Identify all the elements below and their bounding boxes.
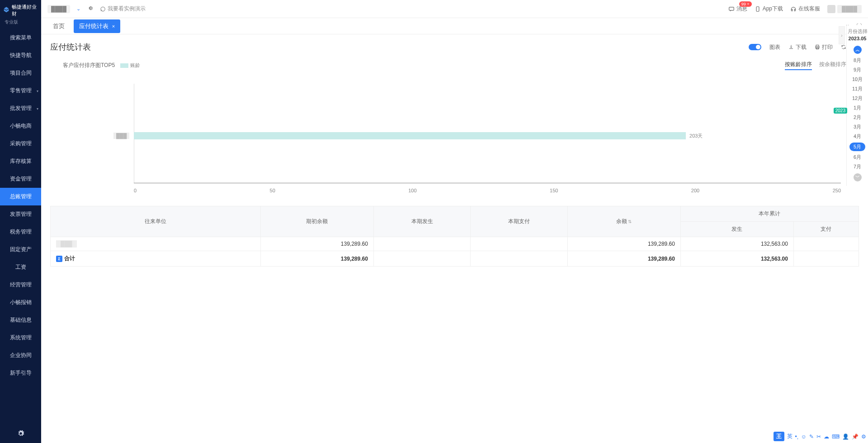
phone-icon	[755, 6, 761, 12]
th-ytd-incur[interactable]: 发生	[680, 222, 793, 237]
chart-bar-value: 203天	[689, 133, 703, 139]
sidebar-item-5[interactable]: 小畅电商	[0, 117, 41, 135]
ime-pin-icon[interactable]: 📌	[852, 433, 859, 440]
sort-by-age[interactable]: 按账龄排序	[785, 61, 812, 70]
month-up-icon[interactable]: ︽	[854, 46, 862, 54]
tab-payable-summary[interactable]: 应付统计表 ×	[74, 19, 120, 33]
close-icon[interactable]: ×	[112, 24, 115, 29]
ime-user-icon[interactable]: 👤	[842, 433, 849, 440]
tab-label: 应付统计表	[79, 23, 108, 29]
sidebar-item-0[interactable]: 搜索菜单	[0, 29, 41, 47]
chart-legend: 账龄	[120, 62, 140, 69]
month-option[interactable]: 1月	[847, 103, 868, 113]
ime-settings-icon[interactable]: ⚙	[861, 433, 866, 440]
headset-icon	[790, 6, 797, 12]
collapse-handle-icon[interactable]: ›	[839, 26, 845, 44]
chevron-down-icon[interactable]: ⌄	[76, 6, 80, 12]
sidebar-item-2[interactable]: 项目合同	[0, 64, 41, 82]
sidebar-item-4[interactable]: 批发管理▾	[0, 100, 41, 117]
bubble-icon	[99, 6, 106, 12]
chart-bar-customer: ███	[113, 133, 129, 139]
chart-title: 客户应付排序图TOP5	[63, 62, 115, 69]
month-option[interactable]: 4月	[847, 132, 868, 141]
tab-home[interactable]: 首页	[47, 19, 70, 33]
month-option[interactable]: 10月	[847, 75, 868, 84]
settings-gear-icon[interactable]	[0, 425, 41, 443]
month-down-icon[interactable]: ︾	[854, 173, 862, 181]
month-option[interactable]: 2月	[847, 113, 868, 122]
chart-bar: 203天	[134, 132, 841, 139]
ime-dot-icon[interactable]: •ˌ	[795, 433, 798, 440]
sort-icon[interactable]: ⇅	[628, 219, 632, 224]
ime-scissors-icon[interactable]: ✂	[816, 433, 821, 440]
table-total-row: Σ合计139,289.60139,289.60132,563.00	[51, 251, 859, 267]
print-button[interactable]: 打印	[815, 43, 833, 51]
th-period-pay[interactable]: 本期支付	[471, 206, 568, 237]
th-partner[interactable]: 往来单位	[51, 206, 261, 237]
month-picker-current: 2023.05	[847, 36, 868, 41]
th-ytd-pay[interactable]: 支付	[793, 222, 859, 237]
sidebar-item-18[interactable]: 企业协同	[0, 347, 41, 364]
month-option[interactable]: 3月	[847, 122, 868, 132]
sidebar-item-3[interactable]: 零售管理▾	[0, 82, 41, 100]
sidebar-item-14[interactable]: 经营管理	[0, 276, 41, 294]
org-selector[interactable]: ████	[47, 5, 70, 13]
x-tick: 150	[550, 188, 558, 193]
month-option[interactable]: 8月	[847, 56, 868, 65]
sidebar-item-15[interactable]: 小畅报销	[0, 294, 41, 311]
ime-cloud-icon[interactable]: ☁	[824, 433, 829, 440]
chevron-down-icon: ▾	[37, 106, 38, 110]
user-name: ████	[837, 5, 862, 13]
sidebar-item-12[interactable]: 固定资产	[0, 241, 41, 258]
demo-link-label: 我要看实例演示	[108, 5, 146, 13]
data-table: 往来单位 期初余额 本期发生 本期支付 余额⇅ 本年累计 发生 支付 ███13…	[50, 206, 859, 267]
app-download-button[interactable]: App下载	[755, 5, 783, 13]
online-service-button[interactable]: 在线客服	[790, 5, 820, 13]
sidebar-item-11[interactable]: 税务管理	[0, 223, 41, 241]
table-row[interactable]: ███139,289.60139,289.60132,563.00	[51, 237, 859, 251]
ime-edit-icon[interactable]: ✎	[809, 433, 814, 440]
sidebar-item-8[interactable]: 资金管理	[0, 170, 41, 188]
user-menu[interactable]: ████	[827, 5, 862, 13]
sidebar-item-16[interactable]: 基础信息	[0, 311, 41, 329]
ime-keyboard-icon[interactable]: ⌨	[832, 433, 840, 440]
month-option[interactable]: 7月	[847, 162, 868, 171]
sidebar-item-19[interactable]: 新手引导	[0, 364, 41, 382]
brand-edition: 专业版	[0, 19, 41, 29]
demo-link[interactable]: 我要看实例演示	[99, 5, 146, 13]
sidebar-item-10[interactable]: 发票管理	[0, 205, 41, 223]
chart-toggle-label: 图表	[769, 43, 780, 51]
sidebar-item-9[interactable]: 总账管理	[0, 188, 41, 205]
legend-label: 账龄	[130, 62, 140, 69]
ime-emoji-icon[interactable]: ☺	[801, 433, 807, 440]
chart-toggle[interactable]	[749, 44, 761, 50]
ime-badge[interactable]: 王	[774, 432, 784, 441]
svg-rect-1	[729, 7, 734, 10]
month-option[interactable]: 12月	[847, 94, 868, 103]
message-icon	[728, 6, 735, 12]
sort-by-balance[interactable]: 按余额排序	[819, 61, 846, 70]
app-download-label: App下载	[763, 5, 783, 13]
th-balance[interactable]: 余额⇅	[567, 206, 680, 237]
month-option[interactable]: 11月	[847, 84, 868, 94]
month-option[interactable]: 5月	[849, 143, 865, 151]
messages-badge: 99 +	[739, 1, 752, 7]
sidebar-item-13[interactable]: 工资	[0, 258, 41, 276]
sidebar-item-7[interactable]: 库存核算	[0, 152, 41, 170]
sidebar-item-17[interactable]: 系统管理	[0, 329, 41, 347]
sidebar-item-1[interactable]: 快捷导航	[0, 47, 41, 64]
month-option[interactable]: 6月	[847, 152, 868, 162]
x-tick: 200	[691, 188, 699, 193]
gear-icon[interactable]	[87, 5, 93, 13]
x-axis-line	[134, 183, 841, 183]
month-option[interactable]: 9月	[847, 65, 868, 75]
download-icon	[788, 44, 794, 50]
download-button[interactable]: 下载	[788, 43, 807, 51]
topbar: ████ ⌄ 我要看实例演示 消息 99 + App下载	[41, 0, 868, 18]
sidebar-item-6[interactable]: 采购管理	[0, 135, 41, 152]
page-title: 应付统计表	[50, 42, 91, 52]
th-opening[interactable]: 期初余额	[260, 206, 373, 237]
ime-lang[interactable]: 英	[787, 433, 793, 440]
messages-button[interactable]: 消息 99 +	[728, 5, 747, 13]
th-period-incur[interactable]: 本期发生	[373, 206, 471, 237]
